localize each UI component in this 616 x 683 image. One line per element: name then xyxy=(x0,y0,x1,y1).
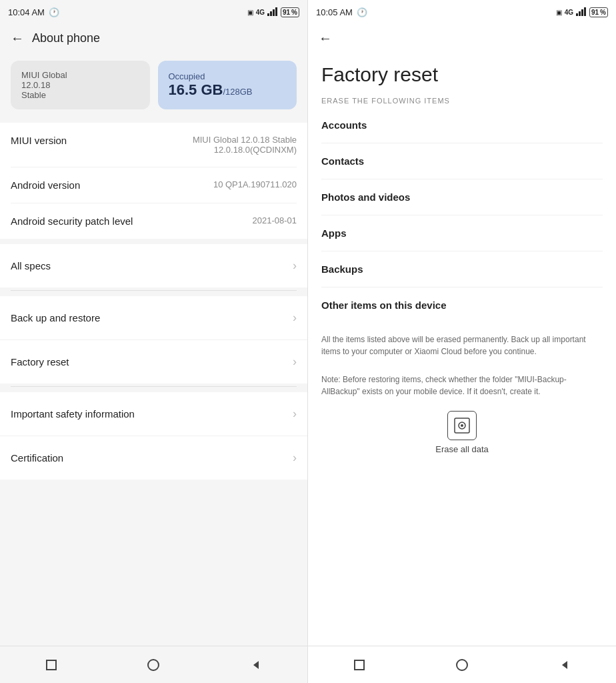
miui-version-card: MIUI Global 12.0.18 Stable xyxy=(11,61,150,109)
left-status-bar: 10:04 AM 🕐 ▣ 4G 91% xyxy=(0,0,307,24)
svg-marker-6 xyxy=(253,661,259,669)
right-square-icon[interactable] xyxy=(351,657,367,673)
right-toolbar: ← xyxy=(308,24,616,53)
factory-reset-chevron: › xyxy=(293,355,297,369)
safety-info-item[interactable]: Important safety information › xyxy=(0,392,307,436)
divider-2 xyxy=(11,386,297,387)
safety-info-chevron: › xyxy=(293,407,297,421)
warning-text-1: All the items listed above will be erase… xyxy=(308,323,616,363)
all-specs-item[interactable]: All specs › xyxy=(0,244,307,287)
right-icons-area: ▣ 4G 91% xyxy=(556,7,608,17)
left-sim-icon: ▣ xyxy=(247,9,253,16)
factory-reset-title: Factory reset xyxy=(308,53,616,91)
right-home-icon[interactable] xyxy=(454,657,470,673)
backup-menu-section: Back up and restore › Factory reset › xyxy=(0,296,307,384)
svg-point-5 xyxy=(148,660,159,670)
right-content: Factory reset ERASE THE FOLLOWING ITEMS … xyxy=(308,53,616,646)
right-battery: 91% xyxy=(589,7,608,17)
safety-menu-section: Important safety information › Certifica… xyxy=(0,392,307,480)
erase-apps: Apps xyxy=(321,215,603,251)
left-home-icon[interactable] xyxy=(145,657,161,673)
left-back-button[interactable]: ← xyxy=(11,31,24,46)
left-icons-area: ▣ 4G 91% xyxy=(247,7,299,17)
security-patch-row: Android security patch level 2021-08-01 xyxy=(11,203,297,239)
left-back-icon[interactable] xyxy=(248,657,264,673)
left-menu-section: All specs › xyxy=(0,244,307,287)
svg-rect-10 xyxy=(584,7,586,16)
right-alarm-icon: 🕐 xyxy=(357,7,367,17)
certification-item[interactable]: Certification › xyxy=(0,436,307,480)
erase-all-button[interactable]: Erase all data xyxy=(308,403,616,465)
certification-label: Certification xyxy=(11,452,63,464)
svg-point-15 xyxy=(457,660,467,670)
right-nav-bar xyxy=(308,646,616,683)
left-nav-bar xyxy=(0,646,307,683)
divider-1 xyxy=(11,290,297,291)
backup-restore-item[interactable]: Back up and restore › xyxy=(0,296,307,340)
left-4g-label: 4G xyxy=(256,9,265,16)
factory-reset-item[interactable]: Factory reset › xyxy=(0,340,307,384)
svg-rect-2 xyxy=(273,9,275,16)
erase-other-items: Other items on this device xyxy=(321,287,603,323)
miui-version-value: MIUI Global 12.0.18 Stable 12.0.18.0(QCD… xyxy=(154,135,297,155)
left-time: 10:04 AM xyxy=(8,7,45,17)
svg-rect-8 xyxy=(579,11,581,16)
left-panel: 10:04 AM 🕐 ▣ 4G 91% ← About phone xyxy=(0,0,308,683)
storage-amount: 16.5 GB/128GB xyxy=(169,81,287,99)
left-page-title: About phone xyxy=(32,31,100,45)
certification-chevron: › xyxy=(293,451,297,465)
svg-rect-4 xyxy=(47,660,56,670)
left-toolbar: ← About phone xyxy=(0,24,307,53)
svg-marker-16 xyxy=(562,661,567,669)
right-sim-icon: ▣ xyxy=(556,9,562,16)
left-battery: 91% xyxy=(281,7,299,17)
left-square-icon[interactable] xyxy=(43,657,59,673)
miui-card-area: MIUI Global 12.0.18 Stable Occupied 16.5… xyxy=(0,53,307,117)
right-back-button[interactable]: ← xyxy=(319,31,332,46)
left-content: MIUI Global 12.0.18 Stable Occupied 16.5… xyxy=(0,53,307,646)
storage-card: Occupied 16.5 GB/128GB xyxy=(158,61,297,109)
svg-rect-3 xyxy=(275,7,277,16)
left-signal-icon xyxy=(267,7,278,17)
miui-card-line3: Stable xyxy=(21,90,139,100)
backup-restore-chevron: › xyxy=(293,311,297,325)
occupied-label: Occupied xyxy=(169,71,287,81)
right-time-area: 10:05 AM 🕐 xyxy=(316,7,367,17)
warning-text-2: Note: Before restoring items, check whet… xyxy=(308,363,616,403)
android-version-label: Android version xyxy=(11,179,154,191)
svg-rect-0 xyxy=(267,13,269,16)
right-panel: 10:05 AM 🕐 ▣ 4G 91% ← Factory reset xyxy=(308,0,616,683)
svg-rect-1 xyxy=(270,11,272,16)
all-specs-chevron: › xyxy=(293,259,297,273)
info-section: MIUI version MIUI Global 12.0.18 Stable … xyxy=(0,123,307,239)
svg-rect-7 xyxy=(576,13,578,16)
backup-restore-label: Back up and restore xyxy=(11,312,100,323)
right-status-bar: 10:05 AM 🕐 ▣ 4G 91% xyxy=(308,0,616,24)
left-alarm-icon: 🕐 xyxy=(49,7,59,17)
android-version-value: 10 QP1A.190711.020 xyxy=(154,179,297,189)
right-time: 10:05 AM xyxy=(316,7,353,17)
safety-info-label: Important safety information xyxy=(11,408,135,420)
svg-rect-14 xyxy=(355,660,364,670)
security-patch-label: Android security patch level xyxy=(11,215,154,227)
svg-point-13 xyxy=(461,424,463,427)
miui-version-row: MIUI version MIUI Global 12.0.18 Stable … xyxy=(11,123,297,167)
miui-card-line1: MIUI Global xyxy=(21,70,139,80)
right-back-icon[interactable] xyxy=(557,657,573,673)
erase-btn-label: Erase all data xyxy=(435,444,489,454)
erase-contacts: Contacts xyxy=(321,143,603,179)
right-4g-label: 4G xyxy=(565,9,573,16)
left-time-area: 10:04 AM 🕐 xyxy=(8,7,59,17)
erase-all-icon xyxy=(447,411,477,440)
erase-photos: Photos and videos xyxy=(321,179,603,215)
android-version-row: Android version 10 QP1A.190711.020 xyxy=(11,167,297,203)
security-patch-value: 2021-08-01 xyxy=(154,215,297,225)
all-specs-label: All specs xyxy=(11,260,51,271)
factory-reset-label: Factory reset xyxy=(11,356,69,368)
erase-backups: Backups xyxy=(321,251,603,287)
erase-accounts: Accounts xyxy=(321,107,603,143)
svg-rect-9 xyxy=(581,9,583,16)
miui-version-label: MIUI version xyxy=(11,135,154,146)
erase-items-section: Accounts Contacts Photos and videos Apps… xyxy=(308,107,616,323)
right-signal-icon xyxy=(576,7,587,17)
